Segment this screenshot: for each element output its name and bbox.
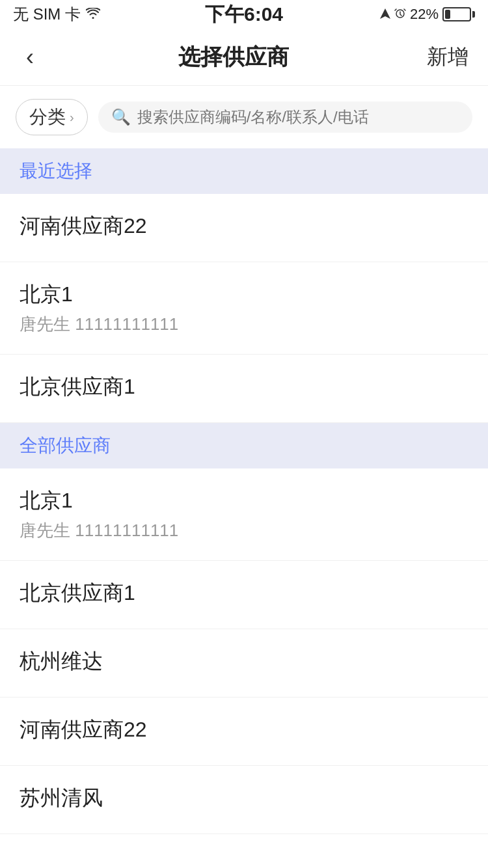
nav-bar: ‹ 选择供应商 新增 (0, 29, 488, 86)
list-item[interactable]: 北京1 唐先生 11111111111 (0, 262, 488, 355)
status-left: 无 SIM 卡 (13, 4, 100, 25)
filter-bar: 分类 › 🔍 (0, 86, 488, 148)
item-name: 北京1 (20, 487, 468, 515)
status-right: 22% (380, 6, 475, 23)
list-item[interactable]: 河南供应商22 (0, 194, 488, 262)
sim-label: 无 SIM 卡 (13, 4, 81, 25)
search-icon: 🔍 (111, 108, 131, 126)
add-button[interactable]: 新增 (427, 43, 468, 72)
list-item[interactable]: 河南供应商22 (0, 698, 488, 766)
item-sub: 唐先生 11111111111 (20, 519, 468, 542)
location-icon (380, 6, 390, 23)
all-items-list: 北京1 唐先生 11111111111 北京供应商1 杭州维达 河南供应商22 … (0, 468, 488, 834)
item-name: 北京1 (20, 280, 468, 309)
category-label: 分类 (29, 105, 66, 129)
list-item[interactable]: 北京供应商1 (0, 355, 488, 423)
item-name: 河南供应商22 (20, 212, 468, 241)
recent-header-text: 最近选择 (20, 161, 92, 181)
item-sub: 唐先生 11111111111 (20, 313, 468, 336)
list-item[interactable]: 北京1 唐先生 11111111111 (0, 468, 488, 561)
chevron-right-icon: › (70, 110, 74, 125)
item-name: 北京供应商1 (20, 579, 468, 608)
recent-section-header: 最近选择 (0, 148, 488, 194)
item-name: 北京供应商1 (20, 373, 468, 401)
item-name: 河南供应商22 (20, 716, 468, 744)
status-time: 下午6:04 (205, 1, 283, 28)
list-item[interactable]: 北京供应商1 (0, 561, 488, 629)
recent-items-list: 河南供应商22 北京1 唐先生 11111111111 北京供应商1 (0, 194, 488, 423)
search-box: 🔍 (98, 102, 472, 133)
item-name: 苏州清风 (20, 784, 468, 813)
alarm-icon (394, 6, 406, 23)
all-header-text: 全部供应商 (20, 435, 111, 455)
list-item[interactable]: 杭州维达 (0, 629, 488, 698)
page-title: 选择供应商 (178, 42, 289, 72)
all-section-header: 全部供应商 (0, 423, 488, 468)
search-input[interactable] (137, 108, 459, 126)
battery-percent: 22% (410, 6, 439, 23)
status-bar: 无 SIM 卡 下午6:04 22% (0, 0, 488, 29)
battery-icon (442, 7, 475, 21)
back-button[interactable]: ‹ (20, 37, 40, 77)
item-name: 杭州维达 (20, 647, 468, 676)
wifi-icon (86, 5, 100, 23)
list-item[interactable]: 苏州清风 (0, 766, 488, 834)
category-button[interactable]: 分类 › (16, 99, 88, 135)
